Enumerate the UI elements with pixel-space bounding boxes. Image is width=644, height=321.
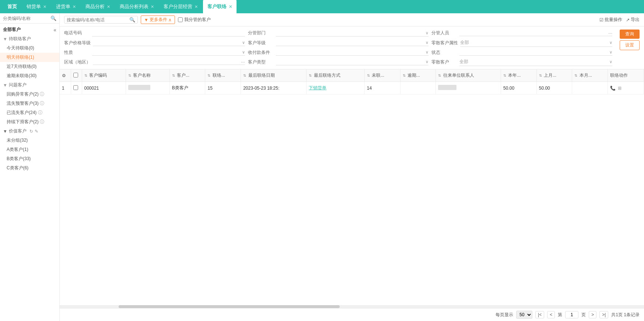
status-select[interactable]: ∨ bbox=[459, 49, 612, 56]
col-contact-count[interactable]: ⇅ 联络... bbox=[205, 69, 241, 82]
row-name[interactable] bbox=[126, 82, 169, 94]
row-overdue bbox=[400, 82, 436, 94]
col-last-contact-date[interactable]: ⇅ 最后联络日期 bbox=[241, 69, 307, 82]
sidebar-item-overdue-contact[interactable]: 逾期未联络(30) bbox=[0, 71, 59, 80]
sidebar-item-class-c[interactable]: C类客户(6) bbox=[0, 163, 59, 173]
prev-page-button[interactable]: < bbox=[547, 311, 555, 318]
scrollbar-thumb[interactable] bbox=[119, 305, 340, 308]
sidebar-search-icon[interactable]: 🔍 bbox=[50, 15, 56, 21]
retail-attr-select[interactable]: 全部 ∨ bbox=[460, 39, 612, 47]
search-input[interactable] bbox=[67, 17, 129, 23]
sidebar-item-repurchase-abnormal[interactable]: 回购异常客户(2) ⓘ bbox=[0, 90, 59, 99]
dept-select[interactable]: ∨ bbox=[276, 30, 429, 37]
sort-icon: ⇅ bbox=[84, 73, 87, 77]
nav-home[interactable]: 首页 bbox=[3, 0, 21, 13]
nav-product-analysis[interactable]: 商品分析 ✕ bbox=[81, 0, 115, 13]
my-customers-checkbox-input[interactable] bbox=[178, 17, 183, 22]
refresh-icon[interactable]: ↻ bbox=[29, 129, 33, 134]
page-size-select[interactable]: 50 bbox=[516, 311, 532, 319]
query-button[interactable]: 查询 bbox=[620, 30, 640, 39]
sidebar-item-class-b[interactable]: B类客户(33) bbox=[0, 154, 59, 163]
grid-action-icon[interactable]: ⊞ bbox=[618, 86, 622, 91]
price-level-select[interactable]: ∨ bbox=[93, 39, 245, 46]
customer-type-select[interactable]: ∨ bbox=[276, 59, 429, 65]
row-checkbox[interactable] bbox=[71, 82, 82, 94]
sidebar-item-7day-contact[interactable]: 近7天待联络(0) bbox=[0, 62, 59, 71]
next-page-button[interactable]: > bbox=[589, 311, 596, 318]
close-customer-tiering-icon[interactable]: ✕ bbox=[195, 4, 198, 9]
filter-phone: 电话号码 bbox=[64, 30, 245, 37]
col-last-contact-method[interactable]: ⇅ 最后联络方式 bbox=[307, 69, 365, 82]
last-page-button[interactable]: >| bbox=[599, 311, 608, 318]
horizontal-scrollbar[interactable] bbox=[60, 305, 644, 308]
sidebar-item-tomorrow-contact[interactable]: 明天待联络(1) bbox=[0, 53, 59, 62]
my-customers-checkbox[interactable]: 我分管的客户 bbox=[178, 17, 211, 23]
nav-sales-order[interactable]: 销货单 ✕ bbox=[22, 0, 51, 13]
phone-action-icon[interactable]: 📞 bbox=[610, 86, 616, 91]
manager-more-icon[interactable]: ··· bbox=[608, 30, 612, 36]
col-this-month[interactable]: ⇅ 本月... bbox=[572, 69, 608, 82]
sidebar-item-today-contact[interactable]: 今天待联络(0) bbox=[0, 44, 59, 53]
arrow-icon: ▼ bbox=[3, 83, 7, 88]
nav-purchase-order[interactable]: 进货单 ✕ bbox=[52, 0, 80, 13]
select-all-checkbox[interactable] bbox=[73, 73, 78, 77]
filter-action-buttons: 查询 设置 bbox=[620, 30, 640, 66]
filter-icon: ▼ bbox=[144, 17, 148, 23]
close-product-analysis-list-icon[interactable]: ✕ bbox=[151, 4, 154, 9]
col-customer-type[interactable]: ⇅ 客户... bbox=[169, 69, 205, 82]
phone-input[interactable] bbox=[92, 30, 245, 37]
payment-select[interactable]: ∨ bbox=[276, 49, 429, 56]
col-checkbox[interactable] bbox=[71, 69, 82, 82]
sort-icon: ⇅ bbox=[574, 73, 577, 77]
col-contact-person[interactable]: ⇅ 往来单位联系人 bbox=[436, 69, 501, 82]
filter-dept: 分管部门 ∨ bbox=[248, 30, 429, 37]
row-last-method[interactable]: 下销货单 bbox=[307, 82, 365, 94]
search-icon[interactable]: 🔍 bbox=[129, 17, 135, 23]
sidebar-item-churned[interactable]: 已流失客户(24) ⓘ bbox=[0, 108, 59, 117]
advanced-filter-panel: 电话号码 分管部门 ∨ 分管人员 bbox=[60, 27, 644, 69]
first-page-button[interactable]: |< bbox=[535, 311, 544, 318]
close-sales-order-icon[interactable]: ✕ bbox=[43, 4, 46, 9]
settings-button[interactable]: 设置 bbox=[620, 40, 640, 50]
sidebar-item-churn-warning[interactable]: 流失预警客户(3) ⓘ bbox=[0, 99, 59, 108]
nav-customer-contact[interactable]: 客户联络 ✕ bbox=[203, 0, 237, 13]
page-number-input[interactable] bbox=[565, 311, 578, 318]
row-seq: 1 bbox=[60, 82, 71, 94]
col-actions: 联络动作 bbox=[608, 69, 644, 82]
edit-icon[interactable]: ✎ bbox=[35, 129, 38, 134]
nav-customer-tiering[interactable]: 客户分层经营 ✕ bbox=[159, 0, 202, 13]
row-this-year: 50.00 bbox=[501, 82, 537, 94]
close-purchase-order-icon[interactable]: ✕ bbox=[73, 4, 76, 9]
more-conditions-button[interactable]: ▼ 更多条件 ∧ bbox=[141, 15, 175, 24]
close-product-analysis-icon[interactable]: ✕ bbox=[107, 4, 110, 9]
col-overdue[interactable]: ⇅ 逾期... bbox=[400, 69, 436, 82]
filter-nature: 性质 ∨ bbox=[64, 49, 245, 56]
row-contact-person bbox=[436, 82, 501, 94]
col-gear[interactable]: ⚙ bbox=[60, 69, 71, 82]
sidebar-group-problem-customers[interactable]: ▼ 问题客户 bbox=[0, 80, 59, 90]
region-more-icon[interactable]: ··· bbox=[241, 59, 245, 65]
close-customer-contact-icon[interactable]: ✕ bbox=[229, 4, 232, 9]
sidebar-group-pending-contact[interactable]: ▼ 待联络客户 bbox=[0, 34, 59, 44]
customer-level-select[interactable]: ∨ bbox=[276, 39, 429, 46]
export-button[interactable]: ↗ 导出 bbox=[626, 17, 640, 23]
collapse-icon[interactable]: « bbox=[53, 27, 56, 33]
top-navigation: 首页 销货单 ✕ 进货单 ✕ 商品分析 ✕ 商品分析列表 ✕ 客户分层经营 ✕ … bbox=[0, 0, 644, 13]
row-select-checkbox[interactable] bbox=[73, 85, 78, 90]
row-last-date: 2023-05-23 18:25: bbox=[241, 82, 307, 94]
col-customer-name[interactable]: ⇅ 客户名称 bbox=[126, 69, 169, 82]
col-this-year[interactable]: ⇅ 本年... bbox=[501, 69, 537, 82]
col-last-month[interactable]: ⇅ 上月... bbox=[536, 69, 572, 82]
sidebar-item-ungrouped[interactable]: 未分组(32) bbox=[0, 136, 59, 145]
sidebar-search-input[interactable] bbox=[3, 16, 50, 21]
batch-operation-button[interactable]: ☑ 批量操作 bbox=[599, 17, 622, 23]
nav-product-analysis-list[interactable]: 商品分析列表 ✕ bbox=[115, 0, 158, 13]
filter-row-1: 电话号码 分管部门 ∨ 分管人员 bbox=[64, 30, 612, 37]
retail-customer-select[interactable]: 全部 ∨ bbox=[459, 58, 612, 66]
sidebar-item-class-a[interactable]: A类客户(1) bbox=[0, 145, 59, 154]
col-customer-code[interactable]: ⇅ 客户编码 bbox=[82, 69, 126, 82]
nature-select[interactable]: ∨ bbox=[92, 49, 245, 56]
sidebar-item-declining[interactable]: 持续下滑客户(2) ⓘ bbox=[0, 117, 59, 127]
col-not-contacted[interactable]: ⇅ 未联... bbox=[364, 69, 400, 82]
row-actions: 📞 ⊞ bbox=[608, 82, 644, 94]
